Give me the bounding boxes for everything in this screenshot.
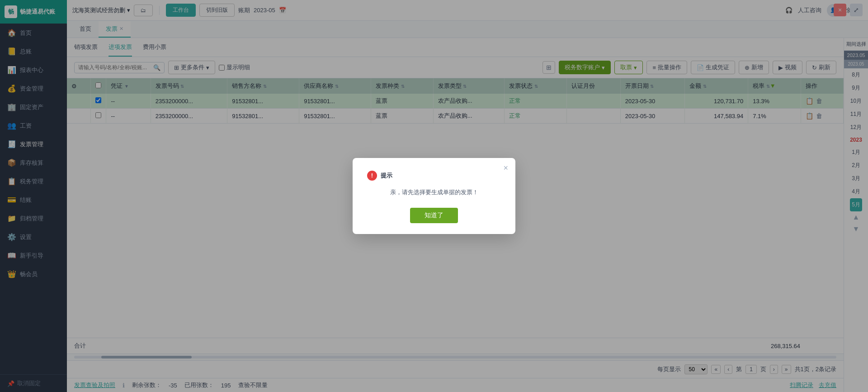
modal-close-btn[interactable]: × — [503, 163, 508, 173]
modal-footer: 知道了 — [367, 208, 501, 223]
modal-overlay: × ! 提示 亲，请先选择要生成单据的发票！ 知道了 — [0, 0, 868, 392]
modal-title: ! 提示 — [367, 171, 501, 181]
modal-confirm-btn[interactable]: 知道了 — [410, 208, 458, 223]
alert-modal: × ! 提示 亲，请先选择要生成单据的发票！ 知道了 — [353, 158, 515, 234]
modal-message: 亲，请先选择要生成单据的发票！ — [367, 188, 501, 197]
warning-icon: ! — [367, 171, 377, 181]
